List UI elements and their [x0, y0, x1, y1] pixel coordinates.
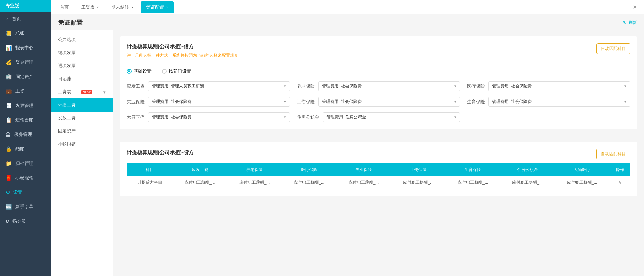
tab-close-salary[interactable]: × — [97, 5, 99, 9]
sidebar-item-reports[interactable]: 📊 报表中心 — [0, 41, 51, 55]
section1-header-row: 计提核算规则(公司承担)-借方 注：只能选择一种方式，系统将按照您当前的选择来配… — [127, 43, 630, 64]
radio-basic-circle — [127, 69, 132, 74]
sidebar-item-closing[interactable]: 🔒 结账 — [0, 142, 51, 156]
sidebar-item-assets[interactable]: 🏢 固定资产 — [0, 70, 51, 84]
sidebar-item-member[interactable]: V 畅会员 — [0, 214, 51, 229]
col-action: 操作 — [609, 163, 630, 176]
sidebar-item-label: 结账 — [15, 146, 24, 152]
left-nav-purchase-invoice[interactable]: 进项发票 — [51, 59, 113, 72]
sidebar-item-funds[interactable]: 💰 资金管理 — [0, 55, 51, 70]
assets-icon: 🏢 — [6, 74, 12, 80]
sidebar-item-label: 发票管理 — [15, 103, 33, 109]
radio-basic-setting[interactable]: 基础设置 — [127, 68, 152, 74]
col-injury: 工伤保险 — [391, 163, 446, 176]
auto-match-credit-button[interactable]: 自动匹配科目 — [596, 149, 630, 159]
section-credit: 计提核算规则(公司承担)-贷方 自动匹配科目 科目 应发工资 养老保险 医疗保险… — [120, 142, 637, 196]
cell-action[interactable]: ✎ — [609, 176, 630, 189]
left-nav-expense-report[interactable]: 小畅报销 — [51, 138, 113, 151]
credit-table: 科目 应发工资 养老保险 医疗保险 失业保险 工伤保险 生育保险 住房公积金 大… — [127, 163, 630, 189]
left-nav-salary-table[interactable]: 工资表 NEW ▾ — [51, 85, 113, 98]
cell-injury: 应付职工薪酬_... — [391, 176, 446, 189]
inout-icon: 📋 — [6, 117, 12, 123]
sidebar-item-guide[interactable]: 🆕 新手引导 — [0, 200, 51, 214]
field-birth: 生育保险 管理费用_社会保险费 ▾ — [467, 97, 630, 107]
page-header: 凭证配置 ↻ 刷新 — [51, 14, 644, 30]
sidebar-item-settings[interactable]: ⚙ 设置 — [0, 185, 51, 200]
col-subject: 科目 — [127, 163, 173, 176]
radio-dept-setting[interactable]: 按部门设置 — [162, 68, 191, 74]
left-nav-pay-salary[interactable]: 发放工资 — [51, 112, 113, 125]
section1-title-area: 计提核算规则(公司承担)-借方 注：只能选择一种方式，系统将按照您当前的选择来配… — [127, 43, 238, 64]
tab-close-voucher[interactable]: × — [166, 5, 168, 9]
archive-icon: 📁 — [6, 160, 12, 167]
sidebar: 专业版 ⌂ 首页 📒 总账 📊 报表中心 💰 资金管理 🏢 固定资产 💼 工资 … — [0, 0, 51, 276]
sidebar-item-expense[interactable]: 🧧 小畅报销 — [0, 171, 51, 185]
chevron-down-icon: ▾ — [284, 84, 286, 88]
section2-header-row: 计提核算规则(公司承担)-贷方 自动匹配科目 — [127, 149, 630, 159]
tab-salary-table[interactable]: 工资表 × — [76, 1, 104, 13]
tab-home[interactable]: 首页 — [54, 1, 74, 13]
sidebar-item-invoice-mgr[interactable]: 🧾 发票管理 — [0, 98, 51, 113]
left-nav-public-options[interactable]: 公共选项 — [51, 33, 113, 46]
unemployment-label: 失业保险 — [127, 99, 145, 105]
debit-form-row-2: 失业保险 管理费用_社会保险费 ▾ 工伤保险 管理费用_社会保险费 ▾ — [127, 97, 630, 107]
left-nav-calc-salary[interactable]: 计提工资 — [51, 98, 113, 112]
cell-unemployment: 应付职工薪酬_... — [336, 176, 391, 189]
sidebar-item-inout[interactable]: 📋 进销台账 — [0, 113, 51, 127]
cell-large-medical: 应付职工薪酬_... — [555, 176, 610, 189]
salary-select[interactable]: 管理费用_管理人员职工薪酬 ▾ — [148, 81, 290, 91]
sidebar-item-label: 进销台账 — [15, 117, 33, 123]
sidebar-item-label: 设置 — [13, 189, 22, 195]
unemployment-select[interactable]: 管理费用_社会保险费 ▾ — [148, 97, 290, 107]
left-nav: 公共选项 销项发票 进项发票 日记账 工资表 NEW ▾ 计提工资 发放工资 固… — [51, 30, 113, 276]
tab-voucher-config[interactable]: 凭证配置 × — [141, 1, 174, 13]
main-area: 首页 工资表 × 期末结转 × 凭证配置 × ✕ 凭证配置 ↻ 刷新 公共选项 … — [51, 0, 644, 276]
sidebar-item-salary[interactable]: 💼 工资 — [0, 84, 51, 98]
sidebar-item-label: 首页 — [12, 16, 21, 22]
col-unemployment: 失业保险 — [336, 163, 391, 176]
funds-icon: 💰 — [6, 59, 12, 65]
col-birth: 生育保险 — [446, 163, 500, 176]
sidebar-item-label: 新手引导 — [15, 204, 33, 210]
sidebar-item-archive[interactable]: 📁 归档管理 — [0, 156, 51, 171]
auto-match-debit-button[interactable]: 自动匹配科目 — [596, 43, 630, 54]
section1-note: 注：只能选择一种方式，系统将按照您当前的选择来配置规则 — [127, 53, 238, 59]
tab-close-period[interactable]: × — [131, 5, 133, 9]
new-badge: NEW — [81, 90, 92, 94]
left-nav-fixed-assets[interactable]: 固定资产 — [51, 125, 113, 138]
chevron-down-icon: ▾ — [284, 99, 286, 104]
sidebar-item-label: 固定资产 — [15, 74, 33, 80]
pension-select[interactable]: 管理费用_社会保险费 ▾ — [318, 81, 460, 91]
edit-icon[interactable]: ✎ — [618, 180, 622, 185]
chevron-down-icon: ▾ — [624, 84, 626, 88]
cell-housing: 应付职工薪酬_... — [500, 176, 555, 189]
page-title: 凭证配置 — [58, 19, 83, 27]
medical-label: 医疗保险 — [467, 83, 485, 89]
sidebar-item-tax[interactable]: 🏛 税务管理 — [0, 127, 51, 142]
reports-icon: 📊 — [6, 45, 12, 51]
section1-title: 计提核算规则(公司承担)-借方 — [127, 43, 238, 50]
expense-icon: 🧧 — [6, 175, 12, 181]
birth-select[interactable]: 管理费用_社会保险费 ▾ — [488, 97, 630, 107]
refresh-button[interactable]: ↻ 刷新 — [623, 20, 637, 26]
sidebar-item-ledger[interactable]: 📒 总账 — [0, 26, 51, 41]
col-medical: 医疗保险 — [282, 163, 336, 176]
sidebar-item-label: 报表中心 — [15, 45, 33, 51]
field-unemployment: 失业保险 管理费用_社会保险费 ▾ — [127, 97, 290, 107]
medical-select[interactable]: 管理费用_社会保险费 ▾ — [488, 81, 630, 91]
large-medical-select[interactable]: 管理费用_社会保险费 ▾ — [148, 112, 290, 122]
refresh-icon: ↻ — [623, 20, 627, 25]
housing-select[interactable]: 管理费用_住房公积金 ▾ — [323, 112, 460, 122]
injury-select[interactable]: 管理费用_社会保险费 ▾ — [318, 97, 460, 107]
window-close-button[interactable]: ✕ — [629, 4, 641, 10]
pension-label: 养老保险 — [297, 83, 315, 89]
sidebar-item-label: 工资 — [15, 88, 24, 94]
sidebar-item-home[interactable]: ⌂ 首页 — [0, 12, 51, 26]
left-nav-sales-invoice[interactable]: 销项发票 — [51, 46, 113, 59]
ledger-icon: 📒 — [6, 30, 12, 36]
salary-icon: 💼 — [6, 88, 12, 94]
invoice-icon: 🧾 — [6, 103, 12, 109]
tab-period-close[interactable]: 期末结转 × — [106, 1, 139, 13]
debit-form-row-3: 大额医疗 管理费用_社会保险费 ▾ 住房公积金 管理费用_住房公积金 ▾ — [127, 112, 630, 122]
left-nav-journal[interactable]: 日记账 — [51, 72, 113, 85]
